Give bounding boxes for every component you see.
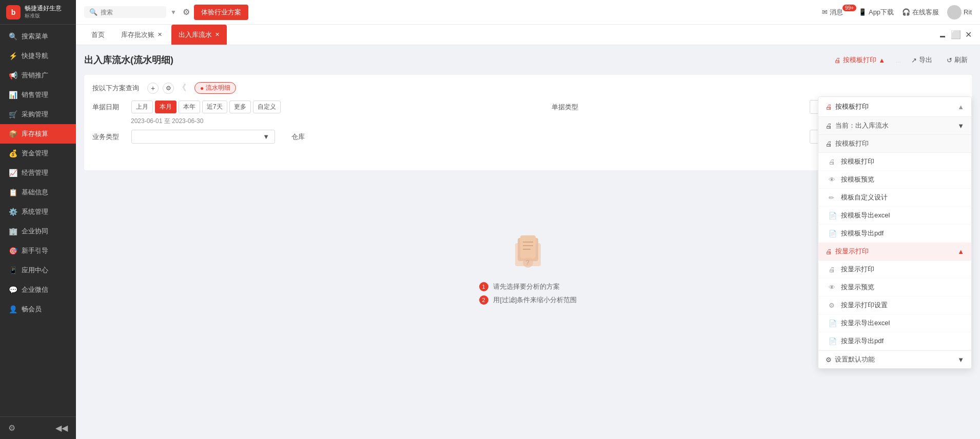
topbar-search-box[interactable]: 🔍: [84, 6, 166, 18]
template-custom-item-icon: ✏: [829, 194, 837, 202]
sidebar-item-guide[interactable]: 🎯 新手引导: [0, 241, 76, 261]
app-name-block: 畅捷通好生意 标准版: [25, 5, 62, 20]
dropdown-item-template-preview[interactable]: 👁 按模板预览: [818, 171, 971, 189]
dropdown-item-display-excel[interactable]: 📄 按显示导出excel: [818, 314, 971, 332]
business-type-select[interactable]: ▼: [131, 130, 275, 144]
sidebar-item-member[interactable]: 👤 畅会员: [0, 300, 76, 319]
tab-batch-account-close-icon[interactable]: ✕: [158, 31, 162, 38]
dropdown-footer[interactable]: ⚙ 设置默认功能 ▼: [818, 350, 971, 368]
settings-icon[interactable]: ⚙: [8, 423, 15, 433]
filter-actions: + ⚙ 《: [147, 83, 186, 94]
app-logo-icon: b: [6, 5, 21, 19]
experience-btn[interactable]: 体验行业方案: [194, 5, 248, 20]
topbar-gear-icon[interactable]: ⚙: [183, 7, 190, 17]
display-preview-item-icon: 👁: [829, 284, 837, 291]
date-btn-last-month[interactable]: 上月: [131, 101, 153, 113]
dropdown-item-display-pdf[interactable]: 📄 按显示导出pdf: [818, 332, 971, 350]
filter-add-btn[interactable]: +: [147, 83, 159, 94]
sidebar-item-label: 采购管理: [22, 110, 48, 119]
sidebar-item-purchase[interactable]: 🛒 采购管理: [0, 105, 76, 124]
online-service-btn[interactable]: 🎧 在线客服: [902, 8, 939, 17]
display-pdf-item-label: 按显示导出pdf: [841, 336, 884, 346]
message-btn[interactable]: ✉ 消息 99+: [822, 8, 850, 17]
display-section-label: 按显示打印: [835, 247, 869, 256]
date-btn-this-month[interactable]: 本月: [155, 101, 177, 113]
sidebar-item-operations[interactable]: 📈 经营管理: [0, 163, 76, 183]
tab-maximize-btn[interactable]: ⬜: [951, 30, 961, 39]
template-excel-item-label: 按模板导出excel: [841, 211, 890, 220]
sidebar-item-basics[interactable]: 📋 基础信息: [0, 183, 76, 202]
dropdown-current-icon: 🖨: [826, 122, 832, 130]
print-expand-icon: ▲: [878, 56, 885, 64]
date-btn-more[interactable]: 更多: [229, 101, 251, 113]
sidebar-item-finance[interactable]: 💰 资金管理: [0, 144, 76, 163]
date-btn-custom[interactable]: 自定义: [253, 101, 281, 113]
user-avatar-area[interactable]: Rit: [947, 5, 972, 19]
sidebar-item-label: 资金管理: [22, 149, 48, 158]
dropdown-item-display-print[interactable]: 🖨 按显示打印: [818, 261, 971, 278]
sidebar-logo: b 畅捷通好生意 标准版: [0, 0, 76, 25]
filter-tag-flow: ● 流水明细: [194, 82, 236, 94]
display-print-section-icon: 🖨: [826, 248, 832, 255]
filter-row-top: 按以下方案查询 + ⚙ 《 ● 流水明细: [92, 82, 964, 94]
empty-step1: 1 请先选择要分析的方案: [479, 280, 577, 293]
date-btn-this-year[interactable]: 本年: [179, 101, 200, 113]
dropdown-item-display-settings[interactable]: ⚙ 按显示打印设置: [818, 296, 971, 314]
date-label: 单据日期: [92, 103, 123, 112]
headset-icon: 🎧: [902, 8, 910, 16]
dropdown-item-display-preview[interactable]: 👁 按显示预览: [818, 278, 971, 296]
filter-collapse-btn[interactable]: 《: [178, 83, 186, 93]
display-preview-item-label: 按显示预览: [841, 283, 874, 292]
tab-minimize-btn[interactable]: 🗕: [938, 30, 947, 39]
sidebar-item-enterprise[interactable]: 🏢 企业协同: [0, 222, 76, 241]
print-template-btn[interactable]: 🖨 按模板打印 ▲: [830, 53, 889, 67]
dropdown-item-template-excel[interactable]: 📄 按模板导出excel: [818, 207, 971, 225]
message-label: 消息: [830, 8, 843, 17]
display-section-arrow-icon[interactable]: ▲: [957, 248, 964, 255]
export-icon: ↗: [911, 56, 917, 64]
tab-flow-close-icon[interactable]: ✕: [215, 31, 220, 38]
date-btn-7days[interactable]: 近7天: [202, 101, 227, 113]
svg-rect-2: [520, 235, 536, 258]
enterprise-icon: 🏢: [8, 227, 17, 235]
tab-flow[interactable]: 出入库流水 ✕: [171, 25, 227, 45]
refresh-label: 刷新: [954, 55, 968, 65]
sidebar-item-wechat[interactable]: 💬 企业微信: [0, 280, 76, 300]
print-template-label: 按模板打印: [843, 55, 876, 65]
sidebar-item-system[interactable]: ⚙️ 系统管理: [0, 202, 76, 222]
step2-text: 用[过滤]条件来缩小分析范围: [493, 296, 577, 304]
sidebar-item-label: 营销推广: [22, 71, 48, 80]
display-settings-item-label: 按显示打印设置: [841, 301, 888, 310]
export-btn[interactable]: ↗ 导出: [907, 53, 936, 67]
sidebar-item-label: 快捷导航: [22, 51, 48, 61]
app-name: 畅捷通好生意: [25, 5, 62, 13]
tab-home[interactable]: 首页: [84, 25, 112, 45]
filter-settings-btn[interactable]: ⚙: [163, 83, 174, 94]
display-print-item-icon: 🖨: [829, 266, 837, 273]
tab-close-all-btn[interactable]: ✕: [965, 30, 972, 39]
step2-num: 2: [479, 295, 488, 305]
sidebar-item-marketing[interactable]: 📢 营销推广: [0, 66, 76, 85]
sidebar-item-quick-nav[interactable]: ⚡ 快捷导航: [0, 46, 76, 66]
app-version: 标准版: [25, 12, 62, 19]
tab-batch-account[interactable]: 库存批次账 ✕: [114, 25, 169, 45]
marketing-icon: 📢: [8, 71, 17, 79]
dropdown-item-template-print[interactable]: 🖨 按模板打印: [818, 153, 971, 171]
message-badge: 99+: [842, 5, 856, 11]
dropdown-current-arrow-icon[interactable]: ▼: [957, 122, 964, 130]
dropdown-footer-label: 设置默认功能: [835, 355, 875, 364]
sidebar-item-app-center[interactable]: 📱 应用中心: [0, 261, 76, 280]
sidebar-item-inventory[interactable]: 📦 库存核算: [0, 124, 76, 144]
app-download-btn[interactable]: 📱 App下载: [858, 8, 894, 17]
search-chevron-icon[interactable]: ▼: [170, 9, 177, 16]
sidebar-item-sales[interactable]: 📊 销售管理: [0, 85, 76, 105]
purchase-icon: 🛒: [8, 110, 17, 118]
dropdown-item-template-pdf[interactable]: 📄 按模板导出pdf: [818, 225, 971, 243]
sidebar-item-search[interactable]: 🔍 搜索菜单: [0, 27, 76, 46]
collapse-sidebar-icon[interactable]: ◀◀: [55, 423, 68, 433]
search-input[interactable]: [101, 9, 157, 16]
content-area: 出入库流水(流水明细) 🖨 按模板打印 ▲ ... ↗ 导出 ↺ 刷新: [76, 45, 980, 439]
dropdown-header-chevron-icon[interactable]: ▲: [957, 103, 964, 111]
dropdown-item-template-custom[interactable]: ✏ 模板自定义设计: [818, 189, 971, 207]
refresh-btn[interactable]: ↺ 刷新: [943, 53, 972, 67]
